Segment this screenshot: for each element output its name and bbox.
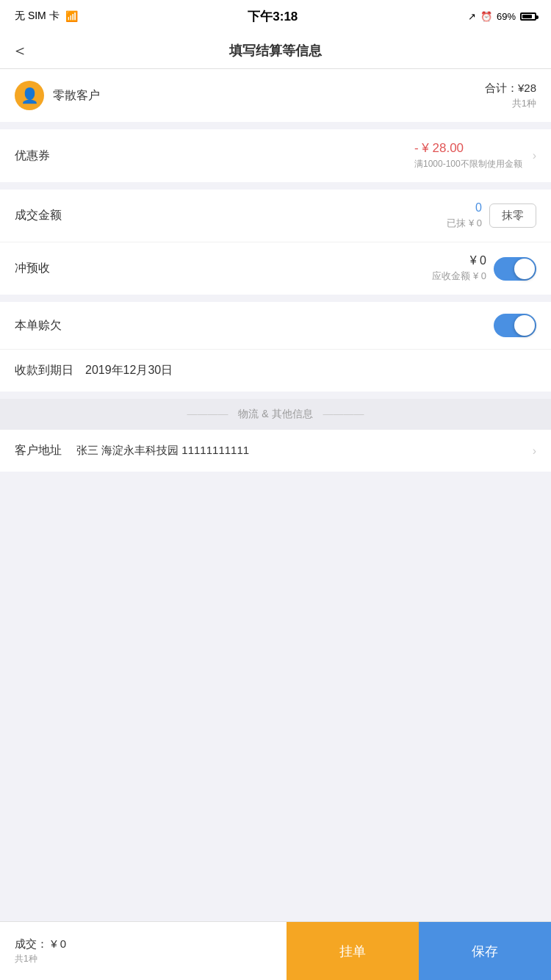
prepay-toggle[interactable] [494, 257, 536, 281]
deal-amount-row: 成交金额 0 已抹 ¥ 0 抹零 [0, 190, 551, 242]
deal-amount-value: 0 [475, 201, 482, 214]
bottom-deal-label: 成交： ¥ 0 [15, 937, 272, 951]
nav-bar: ＜ 填写结算等信息 [0, 32, 551, 69]
prepay-right: ¥ 0 应收金额 ¥ 0 [432, 254, 536, 283]
due-date-row: 收款到期日 2019年12月30日 [0, 350, 551, 392]
deal-amount-value-wrap: 0 已抹 ¥ 0 [447, 201, 482, 230]
address-row[interactable]: 客户地址 张三 海淀永丰科技园 11111111111 › [0, 430, 551, 472]
customer-name: 零散客户 [53, 88, 100, 104]
status-left: 无 SIM 卡 📶 [15, 10, 78, 23]
toggle-knob [514, 259, 535, 279]
no-sim-label: 无 SIM 卡 [15, 10, 60, 23]
page-title: 填写结算等信息 [229, 42, 322, 60]
deal-amount-label: 成交金额 [15, 208, 62, 223]
address-section: 客户地址 张三 海淀永丰科技园 11111111111 › [0, 430, 551, 472]
prepay-value-wrap: ¥ 0 应收金额 ¥ 0 [432, 254, 486, 283]
coupon-label: 优惠券 [15, 148, 50, 164]
content: 👤 零散客户 合计：¥28 共1种 优惠券 - ¥ 28.00 满1000-10… [0, 69, 551, 692]
coupon-sub: 满1000-100不限制使用金额 [414, 158, 522, 170]
avatar-icon: 👤 [21, 87, 39, 104]
customer-left: 👤 零散客户 [15, 81, 100, 110]
coupon-value-wrap: - ¥ 28.00 满1000-100不限制使用金额 [414, 141, 522, 170]
item-count: 共1种 [485, 97, 536, 110]
coupon-value: - ¥ 28.00 [414, 141, 522, 156]
coupon-section: 优惠券 - ¥ 28.00 满1000-100不限制使用金额 › [0, 129, 551, 182]
bottom-count: 共1种 [15, 953, 272, 965]
debt-right [494, 314, 536, 337]
alarm-icon: ⏰ [480, 11, 492, 22]
debt-row: 本单赊欠 [0, 302, 551, 350]
logistics-divider-left: ———— [187, 408, 228, 419]
status-right: ↗ ⏰ 69% [468, 11, 536, 22]
deal-prepay-section: 成交金额 0 已抹 ¥ 0 抹零 冲预收 ¥ 0 应收金额 ¥ 0 [0, 190, 551, 295]
debt-label: 本单赊欠 [15, 318, 62, 334]
empty-space [0, 479, 551, 626]
customer-row: 👤 零散客户 合计：¥28 共1种 [0, 69, 551, 122]
customer-section: 👤 零散客户 合计：¥28 共1种 [0, 69, 551, 122]
location-icon: ↗ [468, 11, 476, 22]
bottom-info: 成交： ¥ 0 共1种 [0, 937, 287, 965]
coupon-row[interactable]: 优惠券 - ¥ 28.00 满1000-100不限制使用金额 › [0, 129, 551, 182]
address-label: 客户地址 [15, 443, 62, 458]
battery-percent: 69% [497, 11, 516, 22]
battery-icon [520, 12, 536, 21]
due-date-value: 2019年12月30日 [85, 363, 173, 378]
logistics-header: ———— 物流 & 其他信息 ———— [0, 399, 551, 430]
status-bar: 无 SIM 卡 📶 下午3:18 ↗ ⏰ 69% [0, 0, 551, 32]
coupon-chevron-icon: › [533, 149, 536, 162]
round-zero-button[interactable]: 抹零 [489, 203, 536, 228]
deal-amount-sub: 已抹 ¥ 0 [447, 217, 482, 230]
status-time: 下午3:18 [248, 8, 298, 25]
customer-avatar: 👤 [15, 81, 44, 110]
coupon-right: - ¥ 28.00 满1000-100不限制使用金额 › [414, 141, 536, 170]
due-date-label: 收款到期日 [15, 363, 73, 378]
address-value: 张三 海淀永丰科技园 11111111111 [76, 444, 515, 458]
total-amount: 合计：¥28 [485, 82, 536, 96]
logistics-divider-right: ———— [323, 408, 364, 419]
address-chevron-icon: › [533, 444, 536, 458]
logistics-label: 物流 & 其他信息 [238, 408, 312, 419]
deal-amount-right: 0 已抹 ¥ 0 抹零 [447, 201, 536, 230]
prepay-row: 冲预收 ¥ 0 应收金额 ¥ 0 [0, 242, 551, 295]
bottom-bar: 成交： ¥ 0 共1种 挂单 保存 [0, 921, 551, 980]
debt-toggle-knob [514, 315, 535, 336]
hang-order-button[interactable]: 挂单 [287, 922, 419, 981]
back-button[interactable]: ＜ [12, 40, 28, 62]
prepay-label: 冲预收 [15, 261, 50, 276]
debt-section: 本单赊欠 收款到期日 2019年12月30日 [0, 302, 551, 392]
prepay-value: ¥ 0 [470, 254, 486, 267]
save-button[interactable]: 保存 [419, 922, 551, 981]
debt-toggle[interactable] [494, 314, 536, 337]
wifi-icon: 📶 [65, 10, 78, 22]
customer-total: 合计：¥28 共1种 [485, 82, 536, 110]
prepay-sub: 应收金额 ¥ 0 [432, 270, 486, 283]
